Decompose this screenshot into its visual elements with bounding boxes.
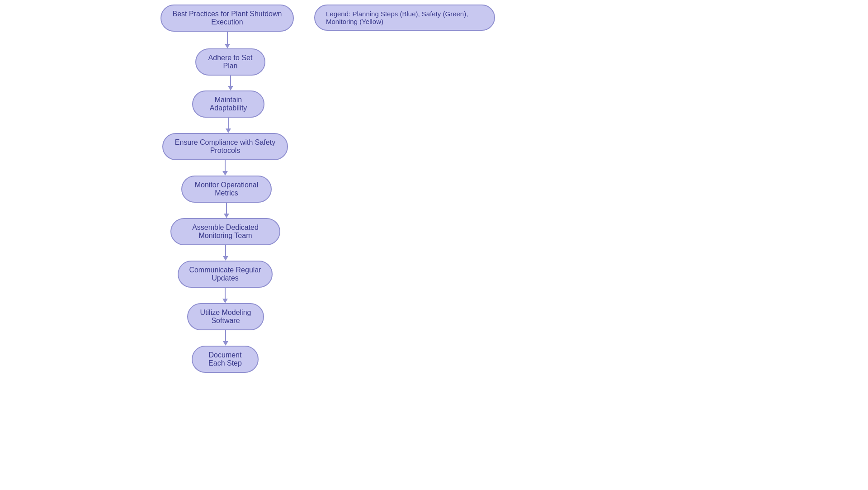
arrow-head-c1 [225, 44, 230, 48]
arrow-head-c6 [223, 256, 228, 261]
diagram-container: Legend: Planning Steps (Blue), Safety (G… [0, 0, 868, 490]
arrow-head-c5 [224, 214, 229, 218]
node-communicate[interactable]: Communicate Regular Updates [178, 261, 273, 288]
node-maintain[interactable]: Maintain Adaptability [192, 90, 264, 118]
node-utilize[interactable]: Utilize Modeling Software [187, 303, 264, 330]
node-title[interactable]: Best Practices for Plant Shutdown Execut… [160, 5, 294, 32]
arrow-head-c2 [228, 86, 233, 90]
arrow-head-c4 [222, 171, 228, 176]
node-assemble[interactable]: Assemble Dedicated Monitoring Team [170, 218, 280, 245]
node-adhere[interactable]: Adhere to Set Plan [195, 48, 265, 76]
arrow-head-c3 [226, 128, 231, 133]
legend-box: Legend: Planning Steps (Blue), Safety (G… [314, 5, 495, 31]
node-ensure[interactable]: Ensure Compliance with Safety Protocols [162, 133, 288, 160]
node-monitor[interactable]: Monitor Operational Metrics [181, 176, 272, 203]
arrow-head-c8 [223, 341, 228, 346]
arrow-head-c7 [222, 299, 228, 303]
node-document[interactable]: Document Each Step [192, 346, 259, 373]
